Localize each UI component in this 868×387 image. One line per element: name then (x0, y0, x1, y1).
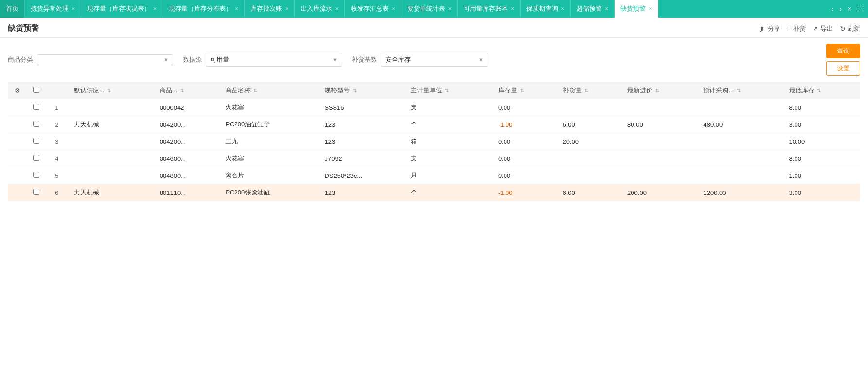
row-unit: 支 (406, 99, 493, 116)
tab-bar: 首页 拣货异常处理 × 现存量（库存状况表） × 现存量（库存分布表） × 库存… (0, 0, 868, 18)
row-check-cell[interactable] (27, 167, 45, 184)
row-check-cell[interactable] (27, 116, 45, 133)
row-check-cell[interactable] (27, 99, 45, 116)
tab-batch-account[interactable]: 库存批次账 × (245, 0, 295, 18)
th-est-purchase[interactable]: 预计采购... ⇅ (698, 82, 784, 99)
tab-prev-btn[interactable]: ‹ (828, 5, 836, 13)
row-checkbox[interactable] (33, 172, 39, 178)
close-tab-shortage[interactable]: × (649, 5, 652, 12)
share-button[interactable]: ⮭ 分享 (759, 24, 780, 33)
row-checkbox[interactable] (33, 104, 39, 110)
category-select[interactable]: ▼ (37, 54, 173, 65)
close-tab-avail-stock[interactable]: × (511, 5, 514, 12)
row-min-stock: 1.00 (784, 167, 860, 184)
replenish-base-select[interactable]: 安全库存 ▼ (381, 53, 488, 67)
query-button[interactable]: 查询 (826, 44, 860, 58)
row-replenish-qty: 6.00 (558, 116, 623, 133)
row-est-purchase (698, 167, 784, 184)
row-spec: 123 (320, 133, 405, 150)
th-product-name[interactable]: 商品名称 ⇅ (220, 82, 320, 99)
close-tab-order-stats[interactable]: × (448, 5, 452, 12)
row-est-purchase (698, 133, 784, 150)
row-min-stock: 3.00 (784, 184, 860, 201)
export-button[interactable]: ↗ 导出 (813, 24, 833, 33)
row-checkbox[interactable] (33, 138, 39, 144)
th-spec[interactable]: 规格型号 ⇅ (320, 82, 405, 99)
tab-next-btn[interactable]: › (836, 5, 845, 13)
close-tab-expiry[interactable]: × (561, 5, 564, 12)
row-number: 2 (45, 116, 69, 133)
close-tab-overstock[interactable]: × (605, 5, 608, 12)
row-supplier (69, 150, 155, 167)
th-replenish-qty[interactable]: 补货量 ⇅ (558, 82, 623, 99)
close-tab-inout-flow[interactable]: × (335, 5, 339, 12)
tab-inout-flow[interactable]: 出入库流水 × (295, 0, 345, 18)
row-number: 5 (45, 167, 69, 184)
datasource-filter-group: 数据源 可用量 ▼ (183, 53, 342, 67)
tab-avail-stock[interactable]: 可用量库存账本 × (458, 0, 521, 18)
replenish-icon: □ (787, 25, 791, 33)
refresh-button[interactable]: ↻ 刷新 (840, 24, 860, 33)
th-check[interactable] (27, 82, 45, 99)
tab-close-all-btn[interactable]: × (845, 5, 854, 13)
filter-bar: 商品分类 ▼ 数据源 可用量 ▼ 补货基数 安全库存 ▼ 查询 设置 (0, 38, 868, 82)
th-stock[interactable]: 库存量 ⇅ (493, 82, 558, 99)
close-tab-batch-account[interactable]: × (285, 5, 289, 12)
replenish-button[interactable]: □ 补货 (787, 24, 806, 33)
tab-summary[interactable]: 收发存汇总表 × (345, 0, 401, 18)
th-settings[interactable]: ⚙ (8, 82, 27, 99)
row-check-cell[interactable] (27, 184, 45, 201)
th-unit[interactable]: 主计量单位 ⇅ (406, 82, 493, 99)
row-product-code: 004800... (155, 167, 221, 184)
row-replenish-qty (558, 99, 623, 116)
row-checkbox[interactable] (33, 155, 39, 161)
tab-expiry[interactable]: 保质期查询 × (521, 0, 571, 18)
row-product-name: PC200油缸缸子 (220, 116, 320, 133)
close-tab-stock-status[interactable]: × (153, 5, 157, 12)
row-min-stock: 3.00 (784, 116, 860, 133)
row-product-name: PC200张紧油缸 (220, 184, 320, 201)
row-stock: 0.00 (493, 133, 558, 150)
settings-button[interactable]: 设置 (826, 61, 860, 76)
tab-abnormal[interactable]: 拣货异常处理 × (25, 0, 81, 18)
tab-stock-dist[interactable]: 现存量（库存分布表） × (163, 0, 245, 18)
row-latest-price (622, 133, 698, 150)
close-tab-summary[interactable]: × (392, 5, 395, 12)
row-checkbox[interactable] (33, 121, 39, 127)
row-supplier (69, 99, 155, 116)
th-supplier[interactable]: 默认供应... ⇅ (69, 82, 155, 99)
th-min-stock[interactable]: 最低库存 ⇅ (784, 82, 860, 99)
row-spec: J7092 (320, 150, 405, 167)
stock-sort-icon: ⇅ (520, 88, 524, 93)
row-product-name: 离合片 (220, 167, 320, 184)
row-replenish-qty (558, 167, 623, 184)
min-stock-sort-icon: ⇅ (817, 88, 821, 93)
close-tab-abnormal[interactable]: × (72, 5, 75, 12)
tab-shortage[interactable]: 缺货预警 × (615, 0, 658, 18)
select-all-checkbox[interactable] (33, 87, 39, 93)
tab-home[interactable]: 首页 (0, 0, 25, 18)
close-tab-stock-dist[interactable]: × (235, 5, 238, 12)
row-number: 4 (45, 150, 69, 167)
th-latest-price[interactable]: 最新进价 ⇅ (622, 82, 698, 99)
row-check-cell[interactable] (27, 150, 45, 167)
row-product-name: 火花塞 (220, 99, 320, 116)
tab-fullscreen-btn[interactable]: ⛶ (854, 5, 866, 12)
th-row-num (45, 82, 69, 99)
share-icon: ⮭ (759, 25, 766, 33)
row-checkbox[interactable] (33, 189, 39, 195)
replenish-base-filter-group: 补货基数 安全库存 ▼ (352, 53, 488, 67)
row-spec: 123 (320, 184, 405, 201)
spec-sort-icon: ⇅ (353, 88, 357, 93)
tab-stock-status[interactable]: 现存量（库存状况表） × (81, 0, 163, 18)
table-row: 1 0000042 火花塞 SS816 支 0.00 8.00 (8, 99, 860, 116)
row-min-stock: 10.00 (784, 133, 860, 150)
page-title: 缺货预警 (8, 23, 39, 34)
table-row: 4 004600... 火花塞 J7092 支 0.00 8.00 (8, 150, 860, 167)
datasource-select[interactable]: 可用量 ▼ (206, 53, 342, 67)
tab-overstock[interactable]: 超储预警 × (571, 0, 615, 18)
row-est-purchase (698, 99, 784, 116)
th-product-code[interactable]: 商品... ⇅ (155, 82, 221, 99)
row-check-cell[interactable] (27, 133, 45, 150)
tab-order-stats[interactable]: 要货单统计表 × (401, 0, 458, 18)
